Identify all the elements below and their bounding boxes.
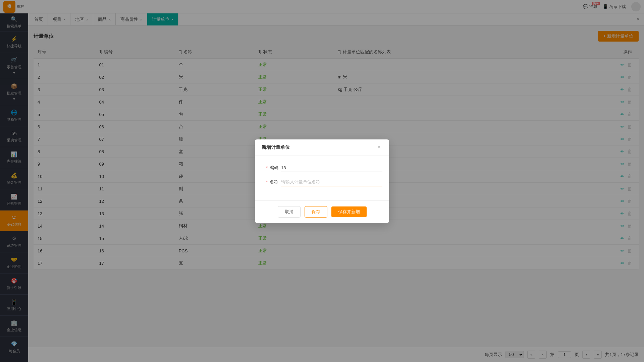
name-label: * 名称	[262, 179, 278, 185]
code-input[interactable]	[281, 164, 382, 172]
cancel-button[interactable]: 取消	[278, 206, 301, 218]
modal-body: * 编码 * 名称	[255, 156, 389, 200]
modal-overlay: 新增计量单位 × * 编码 * 名称 取消 保存 保存并新增	[0, 0, 644, 362]
add-unit-modal: 新增计量单位 × * 编码 * 名称 取消 保存 保存并新增	[255, 139, 389, 223]
code-required-star: *	[266, 165, 268, 170]
modal-footer: 取消 保存 保存并新增	[255, 200, 389, 223]
save-button[interactable]: 保存	[305, 206, 327, 218]
code-form-row: * 编码	[262, 164, 382, 172]
modal-title: 新增计量单位	[262, 144, 290, 150]
save-and-new-button[interactable]: 保存并新增	[331, 206, 367, 217]
modal-close-button[interactable]: ×	[376, 144, 382, 151]
name-input[interactable]	[281, 178, 382, 186]
name-required-star: *	[266, 179, 268, 184]
modal-header: 新增计量单位 ×	[255, 139, 389, 156]
code-label: * 编码	[262, 165, 278, 171]
name-form-row: * 名称	[262, 178, 382, 186]
